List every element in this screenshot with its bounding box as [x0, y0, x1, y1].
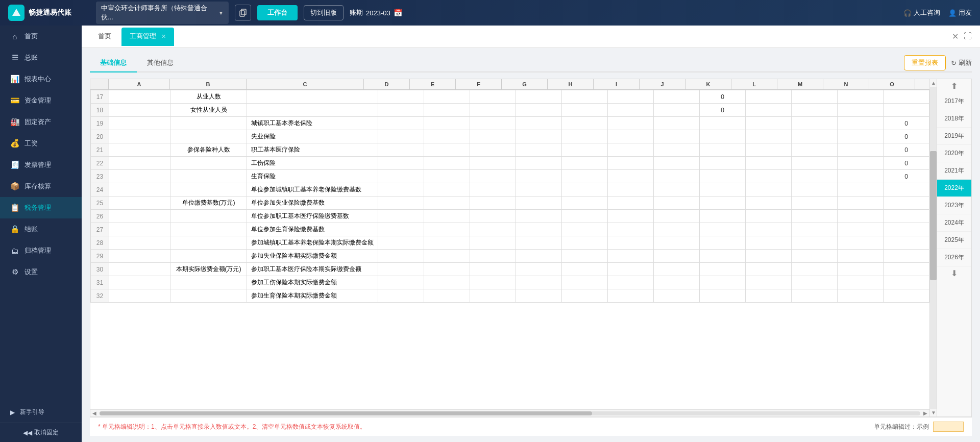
cell-20-K[interactable] [700, 130, 746, 143]
cell-22-C[interactable]: 工伤保险 [247, 157, 378, 170]
cell-24-B[interactable] [170, 183, 247, 197]
cell-30-C[interactable]: 参加职工基本医疗保险本期实际缴费金额 [247, 263, 378, 276]
cell-21-A[interactable] [109, 143, 170, 157]
year-item-2020[interactable]: 2020年 [937, 145, 971, 162]
cell-24-G[interactable] [516, 183, 562, 197]
cell-18-C[interactable] [247, 104, 378, 117]
cell-23-E[interactable] [424, 170, 470, 183]
cell-24-J[interactable] [654, 183, 700, 197]
cell-28-H[interactable] [562, 236, 608, 250]
cell-31-K[interactable] [700, 276, 746, 289]
cell-18-O[interactable] [884, 104, 929, 117]
cell-27-F[interactable] [470, 223, 516, 236]
cell-23-G[interactable] [516, 170, 562, 183]
cell-29-G[interactable] [516, 250, 562, 263]
cell-31-L[interactable] [746, 276, 792, 289]
cancel-fixed-button[interactable]: ◀◀ 取消固定 [0, 423, 82, 442]
sidebar-item-inventory[interactable]: 📦 库存核算 [0, 176, 82, 197]
sidebar-item-reports[interactable]: 📊 报表中心 [0, 68, 82, 90]
cell-25-G[interactable] [516, 197, 562, 210]
cell-31-N[interactable] [838, 276, 884, 289]
cell-20-C[interactable]: 失业保险 [247, 130, 378, 143]
year-item-2021[interactable]: 2021年 [937, 162, 971, 180]
cell-24-F[interactable] [470, 183, 516, 197]
cell-24-C[interactable]: 单位参加城镇职工基本养老保险缴费基数 [247, 183, 378, 197]
cell-26-L[interactable] [746, 210, 792, 223]
workbench-button[interactable]: 工作台 [257, 5, 298, 20]
cell-19-M[interactable] [792, 117, 838, 130]
year-nav-up[interactable]: ⬆ [937, 79, 971, 93]
cell-28-D[interactable] [378, 236, 424, 250]
cell-20-B[interactable] [170, 130, 247, 143]
year-item-2026[interactable]: 2026年 [937, 249, 971, 266]
cell-25-C[interactable]: 单位参加失业保险缴费基数 [247, 197, 378, 210]
cell-24-N[interactable] [838, 183, 884, 197]
cell-30-D[interactable] [378, 263, 424, 276]
scroll-right-button[interactable]: ▶ [921, 410, 929, 416]
sub-tab-other[interactable]: 其他信息 [137, 54, 184, 72]
cell-24-H[interactable] [562, 183, 608, 197]
cell-27-O[interactable] [884, 223, 929, 236]
cell-25-E[interactable] [424, 197, 470, 210]
cell-28-F[interactable] [470, 236, 516, 250]
cell-24-E[interactable] [424, 183, 470, 197]
cell-26-B[interactable] [170, 210, 247, 223]
scroll-thumb[interactable] [100, 411, 592, 415]
cell-28-L[interactable] [746, 236, 792, 250]
cell-32-O[interactable] [884, 289, 929, 303]
sidebar-item-invoice[interactable]: 🧾 发票管理 [0, 154, 82, 176]
cell-29-C[interactable]: 参加失业保险本期实际缴费金额 [247, 250, 378, 263]
cell-32-J[interactable] [654, 289, 700, 303]
scroll-down-button[interactable]: ▼ [930, 409, 937, 416]
cell-26-C[interactable]: 单位参加职工基本医疗保险缴费基数 [247, 210, 378, 223]
cell-28-M[interactable] [792, 236, 838, 250]
cell-30-I[interactable] [608, 263, 654, 276]
cell-19-D[interactable] [378, 117, 424, 130]
cell-32-E[interactable] [424, 289, 470, 303]
year-item-2024[interactable]: 2024年 [937, 214, 971, 232]
cell-21-J[interactable] [654, 143, 700, 157]
cell-25-O[interactable] [884, 197, 929, 210]
cell-17-M[interactable] [792, 90, 838, 104]
cell-30-M[interactable] [792, 263, 838, 276]
cell-27-N[interactable] [838, 223, 884, 236]
cell-27-K[interactable] [700, 223, 746, 236]
cell-17-C[interactable] [247, 90, 378, 104]
maximize-icon[interactable]: ⛶ [964, 32, 972, 41]
cell-25-K[interactable] [700, 197, 746, 210]
cell-31-H[interactable] [562, 276, 608, 289]
cell-23-L[interactable] [746, 170, 792, 183]
cell-26-I[interactable] [608, 210, 654, 223]
cell-22-L[interactable] [746, 157, 792, 170]
cell-22-M[interactable] [792, 157, 838, 170]
close-window-icon[interactable]: ✕ [952, 32, 959, 41]
cell-31-I[interactable] [608, 276, 654, 289]
cell-31-D[interactable] [378, 276, 424, 289]
cell-30-H[interactable] [562, 263, 608, 276]
cell-31-E[interactable] [424, 276, 470, 289]
cell-18-N[interactable] [838, 104, 884, 117]
cell-21-G[interactable] [516, 143, 562, 157]
sidebar-item-guide[interactable]: ▶ 新手引导 [0, 402, 82, 423]
cell-24-O[interactable] [884, 183, 929, 197]
cell-29-J[interactable] [654, 250, 700, 263]
cell-19-C[interactable]: 城镇职工基本养老保险 [247, 117, 378, 130]
cell-19-E[interactable] [424, 117, 470, 130]
cell-24-M[interactable] [792, 183, 838, 197]
year-nav-down[interactable]: ⬇ [937, 266, 971, 280]
cell-27-M[interactable] [792, 223, 838, 236]
cell-25-B[interactable]: 单位缴费基数(万元) [170, 197, 247, 210]
cell-25-H[interactable] [562, 197, 608, 210]
cell-30-A[interactable] [109, 263, 170, 276]
cell-28-I[interactable] [608, 236, 654, 250]
cell-26-J[interactable] [654, 210, 700, 223]
cell-23-F[interactable] [470, 170, 516, 183]
cell-28-J[interactable] [654, 236, 700, 250]
cell-28-B[interactable] [170, 236, 247, 250]
cell-27-G[interactable] [516, 223, 562, 236]
tab-commerce[interactable]: 工商管理 ✕ [121, 28, 174, 46]
cell-30-L[interactable] [746, 263, 792, 276]
cell-17-L[interactable] [746, 90, 792, 104]
cell-32-B[interactable] [170, 289, 247, 303]
year-item-2023[interactable]: 2023年 [937, 197, 971, 214]
